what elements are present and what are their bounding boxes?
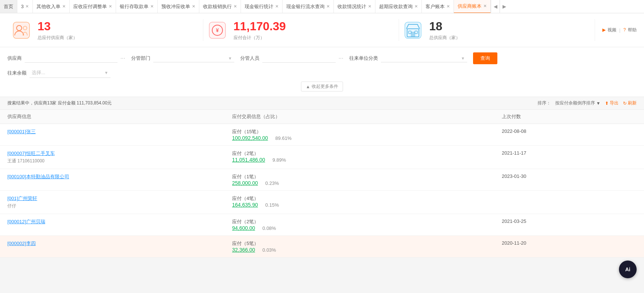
transaction-info-001: 应付（4笔） 164,635.90 0.15% bbox=[232, 195, 502, 208]
nav-tab-home-label: 首页 bbox=[4, 3, 13, 10]
trans-amount-000100[interactable]: 258,000.00 bbox=[232, 180, 258, 186]
nav-tab-other-income-label: 其他收入单 bbox=[36, 3, 60, 10]
nav-tab-cash-bank-flow[interactable]: 现金银行流水查询 ✕ bbox=[283, 0, 334, 13]
supplier-link-000001[interactable]: [000001]张三 bbox=[7, 128, 232, 135]
trans-amount-000002[interactable]: 32,366.00 bbox=[232, 247, 255, 253]
close-icon[interactable]: ✕ bbox=[326, 4, 330, 9]
lastpay-date-000002: 2020-11-20 bbox=[502, 240, 526, 246]
trans-amount-001[interactable]: 164,635.90 bbox=[232, 202, 258, 208]
chevron-down-icon: ▼ bbox=[461, 56, 465, 61]
close-icon[interactable]: ✕ bbox=[62, 4, 66, 9]
nav-tab-home[interactable]: 首页 bbox=[0, 0, 17, 13]
transaction-info-000100: 应付（1笔） 258,000.00 0.23% bbox=[232, 173, 502, 186]
summary-card-total-suppliers: 18 总供应商（家） bbox=[399, 19, 595, 41]
lastpay-date-000007: 2021-11-17 bbox=[502, 150, 526, 156]
trans-amount-000012[interactable]: 94,600.00 bbox=[232, 225, 255, 231]
transaction-col-000007: 应付（2笔） 11,051,486.00 9.89% bbox=[232, 150, 502, 163]
balance-filter-select[interactable]: 选择... ▼ bbox=[29, 68, 111, 78]
supplier-link-000012[interactable]: [000012]广州贝瑞 bbox=[7, 218, 232, 225]
table-container: 供应商信息 应付交易信息（占比） 上次付数 [000001]张三 应付（15笔）… bbox=[0, 110, 644, 258]
supplier-link-000007[interactable]: [000007]恒旺二手叉车 bbox=[7, 150, 232, 157]
close-icon[interactable]: ✕ bbox=[447, 4, 450, 9]
nav-tab-supplier-account[interactable]: 供应商账本 ✕ bbox=[454, 0, 491, 13]
lastpay-col-000001: 2022-08-08 bbox=[502, 128, 637, 134]
nav-tab-customer-account[interactable]: 客户账本 ✕ bbox=[422, 0, 454, 13]
lastpay-date-000100: 2023-01-30 bbox=[502, 173, 526, 179]
filter-balance: 往来余额 选择... ▼ bbox=[7, 68, 111, 78]
supplier-link-001[interactable]: [001]广州荣轩 bbox=[7, 195, 232, 202]
close-icon[interactable]: ✕ bbox=[234, 4, 237, 9]
close-icon[interactable]: ✕ bbox=[414, 4, 418, 9]
supplier-sub-000007: 王通 17106110000 bbox=[7, 158, 232, 164]
dept-filter-select[interactable]: ▼ bbox=[153, 55, 234, 62]
lastpay-col-000007: 2021-11-17 bbox=[502, 150, 637, 156]
export-icon: ⬆ bbox=[605, 101, 609, 106]
trans-amount-000001[interactable]: 100,092,540.00 bbox=[232, 135, 268, 141]
lastpay-col-000012: 2021-03-25 bbox=[502, 218, 637, 224]
sort-select[interactable]: 按应付余额倒序排序 ▼ bbox=[555, 100, 601, 106]
trans-percent-000100: 0.23% bbox=[265, 180, 279, 186]
close-icon[interactable]: ✕ bbox=[192, 4, 195, 9]
query-button[interactable]: 查询 bbox=[473, 52, 497, 64]
sort-label: 排序： bbox=[538, 100, 551, 106]
store-icon bbox=[403, 20, 423, 41]
table-header: 供应商信息 应付交易信息（占比） 上次付数 bbox=[0, 110, 644, 124]
nav-tab-other-income[interactable]: 其他收入单 ✕ bbox=[33, 0, 70, 13]
svg-text:¥: ¥ bbox=[216, 27, 219, 33]
filter-supplier: 供应商 ··· bbox=[7, 54, 125, 63]
close-icon[interactable]: ✕ bbox=[275, 4, 279, 9]
close-icon[interactable]: ✕ bbox=[109, 4, 112, 9]
filter-area: 供应商 ··· 分管部门 ▼ 分管人员 ··· 往来单位分类 ▼ 查询 bbox=[0, 47, 644, 97]
person-filter-dots[interactable]: ··· bbox=[339, 55, 343, 62]
transaction-col-000001: 应付（15笔） 100,092,540.00 89.61% bbox=[232, 128, 502, 141]
close-icon[interactable]: ✕ bbox=[483, 4, 487, 8]
nav-tab-advance-collect[interactable]: 预收冲应收单 ✕ bbox=[158, 0, 199, 13]
trans-row-000012: 94,600.00 0.08% bbox=[232, 225, 502, 231]
collapse-button[interactable]: ▲ 收起更多条件 bbox=[301, 82, 343, 92]
separator: | bbox=[619, 28, 620, 33]
nav-tab-cash-bank-flow-label: 现金银行流水查询 bbox=[286, 3, 325, 10]
table-row: [000007]恒旺二手叉车 王通 17106110000 应付（2笔） 11,… bbox=[0, 146, 644, 169]
supplier-filter-dots[interactable]: ··· bbox=[120, 55, 125, 62]
header-transaction-info: 应付交易信息（占比） bbox=[232, 113, 502, 120]
export-button[interactable]: ⬆ 导出 bbox=[605, 100, 619, 106]
supplier-sub-001: 仔仔 bbox=[7, 203, 232, 209]
nav-right-arrow[interactable]: ▶ bbox=[500, 0, 508, 13]
nav-tab-overdue-query[interactable]: 超期应收款查询 ✕ bbox=[375, 0, 422, 13]
trans-row-000100: 258,000.00 0.23% bbox=[232, 180, 502, 186]
balance-filter-label: 往来余额 bbox=[7, 70, 27, 76]
close-icon[interactable]: ✕ bbox=[25, 4, 29, 9]
lastpay-date-000001: 2022-08-08 bbox=[502, 128, 526, 134]
close-icon[interactable]: ✕ bbox=[150, 4, 154, 9]
nav-tab-bank-deposit[interactable]: 银行存取款单 ✕ bbox=[116, 0, 158, 13]
dept-filter-label: 分管部门 bbox=[131, 55, 150, 62]
trans-amount-000007[interactable]: 11,051,486.00 bbox=[232, 157, 265, 163]
video-link[interactable]: ▶ 视频 bbox=[602, 27, 616, 33]
category-filter-select[interactable]: ▼ bbox=[381, 55, 467, 62]
nav-tab-ap-adjust[interactable]: 应收应付调整单 ✕ bbox=[70, 0, 116, 13]
transaction-info-000001: 应付（15笔） 100,092,540.00 89.61% bbox=[232, 128, 502, 141]
nav-left-arrow[interactable]: ◀ bbox=[491, 0, 500, 13]
nav-tab-collect-verify[interactable]: 收款核销执行 ✕ bbox=[199, 0, 241, 13]
supplier-link-000002[interactable]: [000002]李四 bbox=[7, 240, 232, 247]
refresh-button[interactable]: ↻ 刷新 bbox=[623, 100, 637, 106]
supplier-filter-input[interactable] bbox=[25, 54, 118, 63]
supplier-link-000100[interactable]: [000100]本特勤油品有限公司 bbox=[7, 173, 232, 180]
nav-tab-cash-bank-stat[interactable]: 现金银行统计 ✕ bbox=[241, 0, 283, 13]
table-row: [000100]本特勤油品有限公司 应付（1笔） 258,000.00 0.23… bbox=[0, 169, 644, 191]
supplier-col-001: [001]广州荣轩 仔仔 bbox=[7, 195, 232, 209]
filter-person: 分管人员 ··· bbox=[240, 54, 343, 63]
header-supplier-info: 供应商信息 bbox=[7, 113, 232, 120]
nav-tab-collect-stat[interactable]: 收款情况统计 ✕ bbox=[334, 0, 375, 13]
results-summary: 搜索结果中，供应商13家 应付金额 111,703,854.00元 bbox=[7, 100, 112, 106]
lastpay-date-000012: 2021-03-25 bbox=[502, 218, 526, 224]
total-suppliers-number: 18 bbox=[429, 19, 460, 33]
collapse-arrow-icon: ▲ bbox=[306, 84, 310, 89]
nav-tab-3[interactable]: 3 ✕ bbox=[17, 0, 33, 13]
help-link[interactable]: ? 帮助 bbox=[623, 27, 637, 33]
chevron-down-icon: ▼ bbox=[596, 101, 601, 106]
close-icon[interactable]: ✕ bbox=[368, 4, 371, 9]
person-filter-input[interactable] bbox=[262, 54, 336, 63]
results-bar: 搜索结果中，供应商13家 应付金额 111,703,854.00元 排序： 按应… bbox=[0, 97, 644, 110]
trans-label-000100: 应付（1笔） bbox=[232, 173, 502, 180]
